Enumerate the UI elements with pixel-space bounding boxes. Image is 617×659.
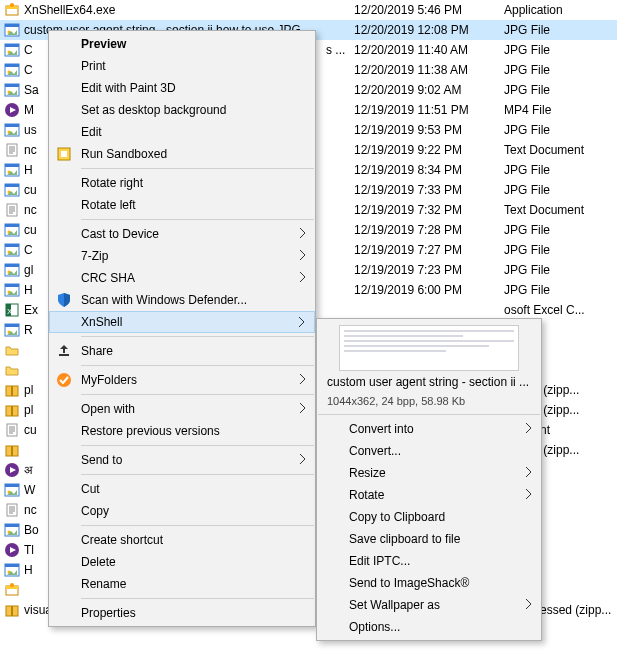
zip-icon	[4, 442, 20, 458]
file-type: MP4 File	[504, 103, 617, 117]
svg-rect-19	[7, 144, 17, 156]
file-date: 12/19/2019 7:23 PM	[354, 263, 504, 277]
menu-item[interactable]: Rotate left	[49, 194, 315, 216]
menu-item[interactable]: Edit	[49, 121, 315, 143]
file-type: JPG File	[504, 23, 617, 37]
jpg-icon	[4, 22, 20, 38]
menu-item[interactable]: Properties	[49, 602, 315, 624]
jpg-icon	[4, 242, 20, 258]
zip-icon	[4, 602, 20, 618]
menu-item[interactable]: Restore previous versions	[49, 420, 315, 442]
submenu-item[interactable]: Save clipboard to file	[317, 528, 541, 550]
menu-item[interactable]: Run Sandboxed	[49, 143, 315, 165]
svg-rect-57	[7, 424, 17, 436]
zip-icon	[4, 402, 20, 418]
submenu-item-label: Set Wallpaper as	[349, 598, 440, 612]
menu-item-label: Rename	[81, 577, 126, 591]
menu-item[interactable]: Share	[49, 340, 315, 362]
file-name: XnShellEx64.exe	[24, 3, 354, 17]
svg-text:X: X	[7, 307, 13, 316]
svg-rect-56	[11, 406, 13, 416]
menu-item[interactable]: XnShell	[49, 311, 315, 333]
defender-icon	[55, 291, 73, 309]
menu-item-label: Set as desktop background	[81, 103, 226, 117]
submenu-item-label: Options...	[349, 620, 400, 634]
menu-item[interactable]: Delete	[49, 551, 315, 573]
svg-rect-36	[5, 224, 19, 227]
menu-item[interactable]: Create shortcut	[49, 529, 315, 551]
menu-item-label: Create shortcut	[81, 533, 163, 547]
menu-item[interactable]: MyFolders	[49, 369, 315, 391]
menu-item-label: Cut	[81, 482, 100, 496]
submenu-item[interactable]: Edit IPTC...	[317, 550, 541, 572]
menu-item[interactable]: Edit with Paint 3D	[49, 77, 315, 99]
menu-separator	[81, 394, 314, 395]
svg-rect-87	[59, 354, 69, 356]
svg-point-2	[10, 3, 14, 7]
svg-rect-13	[5, 84, 19, 87]
menu-item[interactable]: Print	[49, 55, 315, 77]
xnshell-submenu: custom user agent string - section ii ..…	[316, 318, 542, 641]
menu-item[interactable]: Set as desktop background	[49, 99, 315, 121]
menu-item-label: Share	[81, 344, 113, 358]
menu-item-label: Send to	[81, 453, 122, 467]
svg-rect-78	[5, 564, 19, 567]
jpg-icon	[4, 62, 20, 78]
txt-icon	[4, 142, 20, 158]
submenu-item-label: Copy to Clipboard	[349, 510, 445, 524]
svg-rect-63	[11, 446, 13, 456]
menu-item[interactable]: Scan with Windows Defender...	[49, 289, 315, 311]
menu-item[interactable]: 7-Zip	[49, 245, 315, 267]
submenu-item[interactable]: Rotate	[317, 484, 541, 506]
svg-rect-66	[5, 484, 19, 487]
menu-separator	[318, 414, 540, 415]
menu-item-label: Scan with Windows Defender...	[81, 293, 247, 307]
svg-rect-54	[11, 386, 13, 396]
menu-item[interactable]: Cut	[49, 478, 315, 500]
submenu-title: custom user agent string - section ii ..…	[317, 373, 541, 395]
chevron-right-icon	[299, 271, 307, 285]
submenu-item[interactable]: Resize	[317, 462, 541, 484]
svg-rect-68	[7, 504, 17, 516]
menu-separator	[81, 219, 314, 220]
sandbox-icon	[55, 145, 73, 163]
txt-icon	[4, 502, 20, 518]
jpg-icon	[4, 322, 20, 338]
xls-icon: X	[4, 302, 20, 318]
menu-item[interactable]: Copy	[49, 500, 315, 522]
svg-rect-17	[5, 124, 19, 127]
submenu-item[interactable]: Convert into	[317, 418, 541, 440]
submenu-item[interactable]: Set Wallpaper as	[317, 594, 541, 616]
file-row[interactable]: XnShellEx64.exe12/20/2019 5:46 PMApplica…	[0, 0, 617, 20]
submenu-item[interactable]: Copy to Clipboard	[317, 506, 541, 528]
menu-item-label: Copy	[81, 504, 109, 518]
app-icon	[4, 582, 20, 598]
menu-item[interactable]: Rename	[49, 573, 315, 595]
file-type: Text Document	[504, 143, 617, 157]
image-thumbnail	[339, 325, 519, 371]
menu-item[interactable]: Rotate right	[49, 172, 315, 194]
file-type: JPG File	[504, 83, 617, 97]
menu-item[interactable]: Cast to Device	[49, 223, 315, 245]
jpg-icon	[4, 262, 20, 278]
menu-item[interactable]: CRC SHA	[49, 267, 315, 289]
file-date: 12/19/2019 9:22 PM	[354, 143, 504, 157]
file-type: osoft Excel C...	[504, 303, 617, 317]
chevron-right-icon	[299, 249, 307, 263]
file-type: JPG File	[504, 243, 617, 257]
svg-point-82	[10, 583, 14, 587]
chevron-right-icon	[525, 466, 533, 480]
submenu-item[interactable]: Convert...	[317, 440, 541, 462]
submenu-item-label: Edit IPTC...	[349, 554, 410, 568]
submenu-item[interactable]: Send to ImageShack®	[317, 572, 541, 594]
menu-item[interactable]: Open with	[49, 398, 315, 420]
jpg-icon	[4, 562, 20, 578]
submenu-item[interactable]: Options...	[317, 616, 541, 638]
menu-item[interactable]: Preview	[49, 33, 315, 55]
menu-item[interactable]: Send to	[49, 449, 315, 471]
svg-rect-30	[7, 204, 17, 216]
jpg-icon	[4, 122, 20, 138]
chevron-right-icon	[299, 453, 307, 467]
chevron-right-icon	[525, 488, 533, 502]
file-date: 12/20/2019 12:08 PM	[354, 23, 504, 37]
